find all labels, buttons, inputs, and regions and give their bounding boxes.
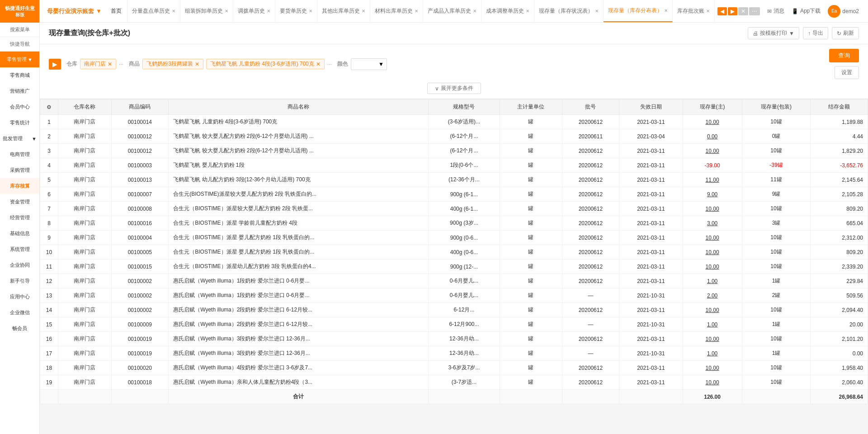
template-print-btn[interactable]: 🖨 按模板打印 ▼ — [748, 27, 799, 39]
tab-prev-arrow[interactable]: ◀ — [717, 7, 727, 15]
tab-item-10[interactable]: 现存量（库存分布表）✕ — [604, 0, 673, 22]
sidebar-item-guide[interactable]: 新手引导 — [0, 273, 39, 289]
nav-tabs: 分量盘点单历史✕组装拆卸单历史✕调拨单历史✕要货单历史✕其他出库单历史✕材料出库… — [127, 0, 716, 22]
remove-product-tag-1[interactable]: ✕ — [195, 61, 199, 67]
sidebar-item-shortcut[interactable]: 快捷导航 — [0, 37, 39, 52]
filter-toggle-btn[interactable]: ▶ — [49, 59, 61, 70]
chevron-down-icon: ▼ — [378, 61, 384, 67]
sidebar-item-batch[interactable]: 批发管理 ▼ — [0, 131, 39, 146]
sidebar-item-corp[interactable]: 企业协同 — [0, 257, 39, 273]
filter-color: 颜色 ▼ — [337, 58, 387, 70]
remove-warehouse-tag[interactable]: ✕ — [108, 61, 112, 67]
tab-item-2[interactable]: 组装拆卸单历史✕ — [180, 0, 233, 22]
table-row: 13 南岸门店 00100002 惠氏启赋（Wyeth illuma）1段奶粉 … — [40, 288, 868, 303]
tab-close-btn[interactable]: ✕ — [473, 9, 476, 14]
tab-close-btn[interactable]: ✕ — [309, 9, 312, 14]
tab-close-btn[interactable]: ✕ — [526, 9, 529, 14]
sidebar-item-ecommerce[interactable]: 电商管理 — [0, 146, 39, 162]
app-download-btn[interactable]: 📱 App下载 — [792, 7, 821, 15]
sidebar-item-retail[interactable]: 零售管理 ▼ — [0, 52, 39, 67]
sidebar-item-marketing[interactable]: 营销推广 — [0, 83, 39, 99]
tab-close-btn[interactable]: ✕ — [362, 9, 365, 14]
sidebar-item-search[interactable]: 搜索菜单 — [0, 23, 39, 37]
tab-item-6[interactable]: 材料出库单历史✕ — [370, 0, 423, 22]
warehouse-tag-nangang[interactable]: 南岸门店 ✕ — [80, 59, 116, 69]
color-input[interactable]: ▼ — [351, 58, 387, 70]
th-expire: 失效日期 — [619, 99, 683, 115]
message-btn[interactable]: ✉ 消息 — [767, 7, 784, 15]
sidebar-item-retail-shop[interactable]: 零售商城 — [0, 67, 39, 83]
tab-close-btn[interactable]: ✕ — [415, 9, 418, 14]
settings-btn[interactable]: 设置 — [835, 66, 859, 79]
tab-item-8[interactable]: 成本调整单历史✕ — [481, 0, 534, 22]
sidebar-item-base[interactable]: 基础信息 — [0, 226, 39, 241]
sidebar-item-finance[interactable]: 资金管理 — [0, 194, 39, 210]
page-header: 现存量查询(按仓库+批次) 🖨 按模板打印 ▼ ↑ 导出 ↻ 刷新 — [40, 23, 868, 44]
sidebar-item-wechat[interactable]: 企业微信 — [0, 305, 39, 321]
filter-product: 商品 飞鹤奶粉3段两罐装 ✕ 飞鹤星飞帆 儿童奶粉 4段(3-6岁适用) 700… — [129, 59, 332, 69]
table-row: 9 南岸门店 00100004 合生元（BIOSTIME）派星 婴儿配方奶粉 1… — [40, 231, 868, 245]
refresh-btn[interactable]: ↻ 刷新 — [832, 27, 859, 39]
tab-close-btn[interactable]: ✕ — [225, 9, 228, 14]
filter-area: ▶ 仓库 南岸门店 ✕ ··· 商品 飞鹤奶粉3段两罐装 ✕ — [40, 44, 868, 99]
tab-item-3[interactable]: 调拨单历史✕ — [233, 0, 275, 22]
sidebar-item-system[interactable]: 系统管理 — [0, 241, 39, 257]
expand-conditions-btn[interactable]: ∨ 展开更多条件 — [427, 83, 481, 94]
sidebar-item-retail-stat[interactable]: 零售统计 — [0, 115, 39, 131]
th-gear[interactable]: ⚙ — [40, 99, 58, 115]
tab-item-11[interactable]: 库存批次账✕ — [673, 0, 715, 22]
table-row: 12 南岸门店 00100002 惠氏启赋（Wyeth illuma）1段奶粉 … — [40, 274, 868, 288]
sidebar-item-operation[interactable]: 经营管理 — [0, 210, 39, 226]
footer-total-qty: 126.00 — [683, 390, 742, 404]
tab-item-7[interactable]: 产成品入库单历史✕ — [423, 0, 481, 22]
th-spec: 规格型号 — [429, 99, 500, 115]
tab-close-btn[interactable]: ✕ — [595, 9, 599, 14]
filter-row: ▶ 仓库 南岸门店 ✕ ··· 商品 飞鹤奶粉3段两罐装 ✕ — [49, 49, 859, 79]
th-qty-main: 现存量(主) — [683, 99, 742, 115]
table-row: 15 南岸门店 00100009 惠氏启赋（Wyeth illuma）2段奶粉 … — [40, 317, 868, 332]
sidebar-item-member[interactable]: 会员中心 — [0, 99, 39, 115]
tab-item-1[interactable]: 分量盘点单历史✕ — [127, 0, 180, 22]
industry-selector[interactable]: 母婴行业演示账套 ▼ — [43, 7, 105, 15]
query-btn[interactable]: 查询 — [829, 49, 859, 62]
table-row: 4 南岸门店 00100003 飞鹤星飞帆 婴儿配方奶粉 1段 1段(0-6个.… — [40, 158, 868, 173]
message-icon: ✉ — [767, 8, 772, 14]
tab-close-btn[interactable]: ✕ — [172, 9, 175, 14]
tab-scroll-arrows: ◀ ▶ ✕ ⋯ — [716, 7, 762, 15]
top-nav: 母婴行业演示账套 ▼ 首页 分量盘点单历史✕组装拆卸单历史✕调拨单历史✕要货单历… — [40, 0, 868, 23]
warehouse-ellipsis[interactable]: ··· — [119, 61, 123, 67]
tab-close-arrow[interactable]: ✕ — [738, 7, 748, 15]
export-btn[interactable]: ↑ 导出 — [803, 27, 828, 39]
warehouse-label: 仓库 — [66, 60, 77, 68]
product-tag-2[interactable]: 飞鹤星飞帆 儿童奶粉 4段(3-6岁适用) 700克 ✕ — [206, 59, 325, 69]
product-tag-1[interactable]: 飞鹤奶粉3段两罐装 ✕ — [142, 59, 203, 69]
tab-close-btn[interactable]: ✕ — [267, 9, 270, 14]
tab-next-arrow[interactable]: ▶ — [728, 7, 737, 15]
table-header-row: ⚙ 仓库名称 商品编码 商品名称 规格型号 主计量单位 批号 失效日期 现存量(… — [40, 99, 868, 115]
page-content: 现存量查询(按仓库+批次) 🖨 按模板打印 ▼ ↑ 导出 ↻ 刷新 — [40, 23, 868, 434]
sidebar-item-app-center[interactable]: 应用中心 — [0, 289, 39, 305]
tab-menu-arrow[interactable]: ⋯ — [749, 7, 760, 15]
sidebar-item-purchase[interactable]: 采购管理 — [0, 162, 39, 178]
export-icon: ↑ — [808, 30, 811, 37]
nav-home[interactable]: 首页 — [105, 0, 127, 22]
th-amount: 结存金额 — [811, 99, 868, 115]
product-ellipsis[interactable]: ··· — [327, 61, 332, 67]
sidebar-item-member2[interactable]: 畅会员 — [0, 321, 39, 336]
filter-warehouse: 仓库 南岸门店 ✕ ··· — [66, 59, 123, 69]
th-code: 商品编码 — [111, 99, 169, 115]
tab-item-9[interactable]: 现存量（库存状况表）✕ — [534, 0, 604, 22]
table-row: 5 南岸门店 00100013 飞鹤星飞帆 幼儿配方奶粉 3段(12-36个月幼… — [40, 173, 868, 187]
tab-close-btn[interactable]: ✕ — [664, 8, 668, 13]
sidebar-item-inventory[interactable]: 库存核算 — [0, 178, 39, 194]
page-title: 现存量查询(按仓库+批次) — [49, 28, 130, 38]
tab-item-5[interactable]: 其他出库单历史✕ — [317, 0, 370, 22]
footer-label: 合计 — [169, 390, 429, 404]
tab-close-btn[interactable]: ✕ — [706, 9, 710, 14]
remove-product-tag-2[interactable]: ✕ — [316, 61, 321, 67]
table-row: 2 南岸门店 00100012 飞鹤星飞帆 较大婴儿配方奶粉 2段(6-12个月… — [40, 129, 868, 144]
th-warehouse: 仓库名称 — [58, 99, 112, 115]
table-row: 7 南岸门店 00100008 合生元（BIOSTIME）派星较大婴儿配方奶粉 … — [40, 202, 868, 216]
tab-item-4[interactable]: 要货单历史✕ — [275, 0, 317, 22]
user-menu[interactable]: Ea demo2 — [828, 5, 859, 18]
